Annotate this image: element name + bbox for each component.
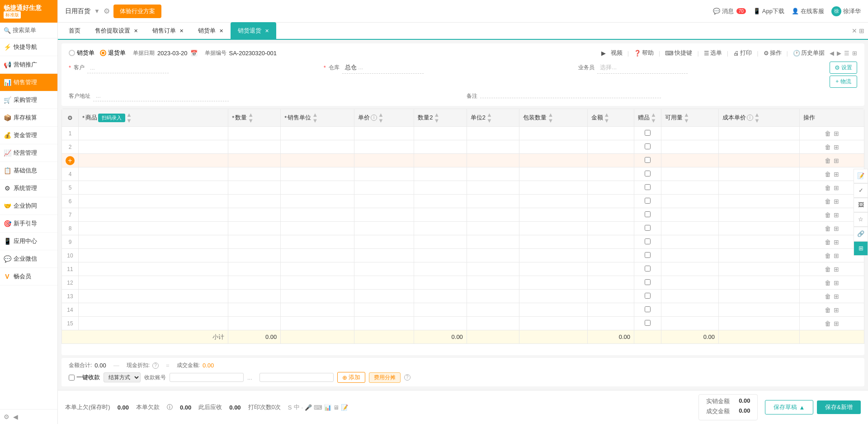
gift-checkbox[interactable] [645,198,651,204]
quantity2-cell[interactable] [414,167,467,181]
tab-price-settings-close[interactable]: ✕ [134,28,138,34]
copy-row-btn[interactable]: ⊞ [834,266,839,273]
copy-row-btn[interactable]: ⊞ [834,130,839,137]
product-cell[interactable] [79,154,228,167]
salesperson-input[interactable]: 选择... [597,62,688,74]
available-cell[interactable] [661,249,719,262]
discount-info-icon[interactable]: ? [152,362,159,369]
copy-row-btn[interactable]: ⊞ [834,238,839,246]
toolbar-shortcut[interactable]: ⌨ 快捷键 [663,48,694,58]
float-star[interactable]: ☆ [854,212,868,227]
th-available[interactable]: 可用量 ▲▼ [661,109,719,127]
gift-cell[interactable] [634,276,661,290]
toolbar-grid-view[interactable]: ⊞ [852,50,857,57]
th-amount[interactable]: 金额 ▲▼ [587,109,634,127]
th-unit2[interactable]: 单位2 ▲▼ [467,109,519,127]
toolbar-history[interactable]: 🕐 历史单据 [791,48,827,58]
product-cell[interactable] [79,208,228,222]
product-cell[interactable] [79,222,228,235]
cost-unit-cell[interactable] [718,276,799,290]
product-cell[interactable] [79,181,228,195]
available-cell[interactable] [661,167,719,181]
copy-row-btn[interactable]: ⊞ [834,211,839,219]
one-key-pay-checkbox[interactable]: 一键收款 [69,373,100,381]
toolbar-help[interactable]: ❓ 帮助 [632,48,656,58]
sidebar-item-member[interactable]: V 畅会员 [0,268,57,286]
topbar-settings-icon[interactable]: ⚙ [104,7,110,15]
cost-unit-cell[interactable] [718,154,799,167]
notification-item[interactable]: 💬 消息 70 [713,7,746,15]
toolbar-prev-icon[interactable]: ◀ [830,50,834,57]
quantity-cell[interactable] [228,235,281,249]
save-new-btn[interactable]: 保存&新增 [817,400,861,414]
sales-unit-cell[interactable] [281,154,354,167]
quantity2-cell[interactable] [414,154,467,167]
quantity2-cell[interactable] [414,127,467,140]
sidebar-item-marketing[interactable]: 📢 营销推广 [0,56,57,74]
delete-row-btn[interactable]: 🗑 [825,293,831,300]
unit2-cell[interactable] [467,195,519,208]
sidebar-item-operations[interactable]: 📈 经营管理 [0,144,57,162]
delete-row-btn[interactable]: 🗑 [825,130,831,137]
gift-checkbox[interactable] [645,306,651,312]
gift-cell[interactable] [634,195,661,208]
toolbar-print[interactable]: 🖨 打印 [731,48,754,58]
online-service-item[interactable]: 👤 在线客服 [792,7,824,15]
settle-method-select[interactable]: 结算方式 [104,372,141,382]
pack-qty-cell[interactable] [519,140,587,154]
sidebar-item-purchase[interactable]: 🛒 采购管理 [0,91,57,109]
amount-cell[interactable] [587,262,634,276]
unit-price-cell[interactable] [354,195,414,208]
product-cell[interactable] [79,195,228,208]
unit2-cell[interactable] [467,290,519,303]
unit-price-cell[interactable] [354,127,414,140]
sales-unit-cell[interactable] [281,127,354,140]
available-cell[interactable] [661,290,719,303]
warehouse-input[interactable]: 总仓 ... [342,62,424,74]
unit-price-cell[interactable] [354,262,414,276]
available-cell[interactable] [661,276,719,290]
pack-qty-cell[interactable] [519,262,587,276]
unit2-cell[interactable] [467,276,519,290]
gift-checkbox[interactable] [645,225,651,231]
product-cell[interactable] [79,290,228,303]
delete-row-btn[interactable]: 🗑 [825,252,831,259]
product-cell[interactable] [79,127,228,140]
cost-unit-cell[interactable] [718,181,799,195]
delete-row-btn[interactable]: 🗑 [825,238,831,246]
tab-home[interactable]: 首页 [61,22,88,39]
quantity2-cell[interactable] [414,262,467,276]
unit2-cell[interactable] [467,222,519,235]
gift-checkbox[interactable] [645,184,651,190]
delete-row-btn[interactable]: 🗑 [825,143,831,151]
delete-row-btn[interactable]: 🗑 [825,157,831,164]
amount-cell[interactable] [587,181,634,195]
sidebar-item-finance[interactable]: 💰 资金管理 [0,127,57,144]
gift-checkbox[interactable] [645,157,651,163]
sales-unit-cell[interactable] [281,303,354,317]
amount-cell[interactable] [587,140,634,154]
unit2-cell[interactable] [467,303,519,317]
pack-qty-cell[interactable] [519,154,587,167]
available-cell[interactable] [661,222,719,235]
unit2-cell[interactable] [467,235,519,249]
delete-row-btn[interactable]: 🗑 [825,211,831,219]
available-cell[interactable] [661,262,719,276]
sales-unit-cell[interactable] [281,317,354,330]
sidebar-item-apps[interactable]: 📱 应用中心 [0,233,57,250]
available-cell[interactable] [661,140,719,154]
collapse-icon[interactable]: ◀ [13,413,18,420]
copy-row-btn[interactable]: ⊞ [834,293,839,300]
toolbar-operate[interactable]: ⚙ 操作 [761,48,784,58]
quantity-cell[interactable] [228,181,281,195]
gift-cell[interactable] [634,127,661,140]
quantity2-cell[interactable] [414,249,467,262]
amount-cell[interactable] [587,317,634,330]
cost-unit-cell[interactable] [718,235,799,249]
quantity-cell[interactable] [228,276,281,290]
product-cell[interactable] [79,276,228,290]
product-cell[interactable] [79,262,228,276]
gift-cell[interactable] [634,181,661,195]
unit-price-cell[interactable] [354,208,414,222]
settings-bottom-icon[interactable]: ⚙ [4,413,9,420]
